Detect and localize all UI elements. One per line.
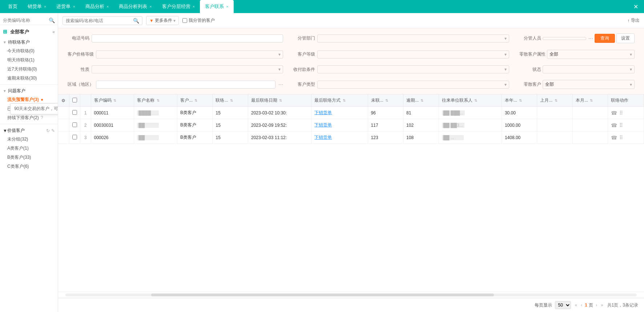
row2-last-method[interactable]: 下销货单 — [311, 119, 368, 131]
col-overdue[interactable]: 逾期... ⇅ — [403, 94, 439, 107]
sidebar-group-pending[interactable]: ▼ 待联络客户 — [0, 37, 58, 46]
col-code[interactable]: 客户编码 ⇅ — [91, 94, 134, 107]
sidebar-item-tomorrow[interactable]: 明天待联络(1) — [0, 56, 58, 65]
sidebar-item-today[interactable]: 今天待联络(0) — [0, 46, 58, 56]
close-icon[interactable]: × — [106, 4, 109, 9]
current-page: 1 — [585, 303, 587, 308]
sidebar-group-value: ▼ 价值客户 ↻ ✎ — [0, 126, 58, 135]
sidebar-group-problem[interactable]: ▼ 问题客户 — [0, 86, 58, 95]
col-name[interactable]: 客户名称 ⇅ — [134, 94, 177, 107]
region-dots-icon[interactable]: ··· — [278, 81, 283, 88]
dots-icon[interactable]: ··· — [588, 35, 593, 42]
nav-item-customer-contact[interactable]: 客户联系 × — [200, 0, 233, 13]
search-btn-icon[interactable]: 🔍 — [133, 18, 139, 24]
close-icon[interactable]: × — [73, 4, 75, 9]
col-uncontacted[interactable]: 未联... ⇅ — [368, 94, 403, 107]
more-conditions-btn[interactable]: ▼ 更多条件 ▾ — [146, 16, 179, 25]
close-icon[interactable]: × — [44, 4, 46, 9]
col-this-month[interactable]: 本月... ⇅ — [572, 94, 608, 107]
horizontal-scrollbar[interactable] — [58, 292, 644, 298]
filter-scattered-select[interactable]: 全部 ▾ — [543, 80, 635, 89]
action-more-icon[interactable]: ⠿ — [619, 110, 623, 116]
filter-customer-type-select[interactable]: ▾ — [317, 81, 509, 89]
row-checkbox[interactable] — [72, 135, 77, 139]
action-contact-icon[interactable]: ☎ — [611, 122, 617, 128]
col-this-year[interactable]: 本年... ⇅ — [502, 94, 537, 107]
action-more-icon[interactable]: ⠿ — [619, 122, 623, 128]
col-last-date[interactable]: 最后联络日期 ⇅ — [248, 94, 311, 107]
filter-search-input[interactable] — [66, 18, 133, 23]
close-icon[interactable]: × — [226, 4, 228, 9]
col-type[interactable]: 客户... ⇅ — [177, 94, 213, 107]
row-checkbox[interactable] — [72, 122, 77, 127]
sidebar-item-class-b[interactable]: B类客户(33) — [0, 153, 58, 162]
col-unit-contact[interactable]: 往来单位联系人 ⇅ — [439, 94, 502, 107]
row3-contact: 15 — [213, 131, 248, 144]
chevron-down-icon: ▾ — [504, 82, 507, 87]
col-action: 联络动作 — [608, 94, 644, 107]
filter-status-select[interactable]: ▾ — [543, 65, 635, 73]
sidebar-search-input[interactable] — [3, 18, 49, 23]
row1-overdue: 81 — [403, 107, 439, 119]
prev-page-btn[interactable]: ‹ — [580, 303, 583, 308]
sidebar-group-value-title[interactable]: ▼ 价值客户 — [3, 127, 25, 134]
sidebar-item-class-a[interactable]: A类客户(1) — [0, 144, 58, 153]
col-num — [80, 94, 91, 107]
select-all-checkbox[interactable] — [72, 98, 77, 102]
nav-item-purchase[interactable]: 进货单 × — [51, 0, 80, 13]
sidebar-item-7days[interactable]: 近7天待联络(0) — [0, 65, 58, 74]
filter-nature-select[interactable]: ▾ — [92, 65, 283, 73]
sidebar-divider-2 — [0, 124, 58, 124]
per-page-select[interactable]: 50 — [555, 301, 571, 309]
filter-price-grade-label: 客户价格等级 — [68, 51, 94, 57]
query-button[interactable]: 查询 — [595, 34, 615, 43]
filter-status-label: 状态 — [519, 66, 541, 73]
col-last-month[interactable]: 上月... ⇅ — [537, 94, 573, 107]
nav-item-home[interactable]: 首页 — [3, 0, 23, 13]
close-icon[interactable]: × — [149, 4, 152, 9]
sidebar-item-ungroup[interactable]: 未分组(32) — [0, 135, 58, 144]
settings-button[interactable]: 设置 — [616, 33, 635, 43]
sidebar-all-customers[interactable]: ⊞ 全部客户 « — [0, 27, 58, 37]
row3-num: 3 — [80, 131, 91, 144]
col-settings[interactable]: ⚙ — [58, 94, 69, 107]
scroll-thumb[interactable] — [151, 293, 494, 296]
row-checkbox[interactable] — [72, 110, 77, 115]
collapse-icon[interactable]: « — [52, 29, 55, 35]
filter-payment-select[interactable]: ▾ — [317, 65, 509, 73]
filter-phone-input[interactable] — [92, 35, 283, 42]
nav-item-analysis-list[interactable]: 商品分析列表 × — [114, 0, 157, 13]
col-contact[interactable]: 联络... ⇅ — [213, 94, 248, 107]
sidebar-item-overdue[interactable]: 逾期未联络(30) — [0, 74, 58, 83]
row1-last-method[interactable]: 下销货单 — [311, 107, 368, 119]
sidebar-item-declining[interactable]: 持续下滑客户(2) ? — [0, 113, 58, 122]
window-close-button[interactable]: ✕ — [631, 3, 641, 10]
filter-dept-select[interactable]: ▾ — [317, 35, 509, 42]
nav-item-customer-tier[interactable]: 客户分层经营 × — [157, 0, 200, 13]
row1-num: 1 — [80, 107, 91, 119]
filter-manager-select[interactable] — [543, 37, 586, 40]
next-page-btn[interactable]: › — [595, 303, 598, 308]
refresh-icon[interactable]: ↻ — [46, 128, 50, 133]
nav-item-analysis[interactable]: 商品分析 × — [80, 0, 114, 13]
row3-last-method[interactable]: 下销货单 — [311, 131, 368, 144]
filter-scattered-attr-select[interactable]: 全部 ▾ — [547, 50, 635, 59]
export-btn[interactable]: ↑ 导出 — [627, 17, 640, 24]
first-page-btn[interactable]: « — [574, 303, 579, 308]
action-contact-icon[interactable]: ☎ — [611, 135, 617, 141]
last-page-btn[interactable]: » — [600, 303, 604, 308]
action-contact-icon[interactable]: ☎ — [611, 110, 617, 116]
sort-icon: ⇅ — [420, 98, 423, 102]
filter-price-grade-select[interactable]: ▾ — [96, 50, 283, 58]
filter-region-input[interactable] — [96, 81, 275, 89]
edit-icon[interactable]: ✎ — [51, 128, 55, 133]
action-more-icon[interactable]: ⠿ — [619, 135, 623, 141]
close-icon[interactable]: × — [193, 4, 195, 9]
col-last-method[interactable]: 最后联络方式 ⇅ — [311, 94, 368, 107]
sidebar-item-class-c[interactable]: C类客户(6) — [0, 162, 58, 171]
my-customers-checkbox[interactable] — [182, 18, 187, 23]
filter-icon: ▼ — [149, 18, 154, 23]
nav-item-sales[interactable]: 销货单 × — [23, 0, 51, 13]
filter-payment-row: 收付款条件 ▾ — [290, 63, 512, 76]
filter-customer-grade-select[interactable]: ▾ — [317, 50, 509, 58]
